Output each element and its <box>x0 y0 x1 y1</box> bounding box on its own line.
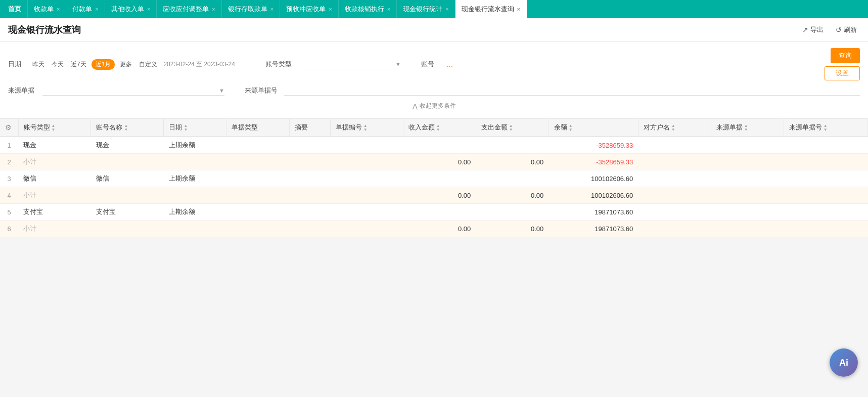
source-doc-label: 来源单据 <box>8 86 38 95</box>
header-actions: ↗ 导出 ↺ 刷新 <box>799 23 860 36</box>
cell-account_type: 微信 <box>18 170 91 187</box>
close-icon[interactable]: × <box>517 6 520 12</box>
cell-summary <box>290 204 331 220</box>
cell-balance: -3528659.33 <box>549 154 638 170</box>
export-button[interactable]: ↗ 导出 <box>799 23 827 36</box>
close-icon[interactable]: × <box>57 6 60 12</box>
nav-tab-预收冲应收单[interactable]: 预收冲应收单× <box>280 0 338 18</box>
nav-tab-现金银行统计[interactable]: 现金银行统计× <box>397 0 455 18</box>
date-shortcut-近1月[interactable]: 近1月 <box>92 59 115 70</box>
col-header-source_doc[interactable]: 来源单据▲▼ <box>711 119 784 137</box>
col-header-income[interactable]: 收入金额▲▼ <box>403 119 476 137</box>
nav-tab-收款单[interactable]: 收款单× <box>28 0 66 18</box>
cell-summary <box>290 137 331 154</box>
col-header-account_type[interactable]: 账号类型▲▼ <box>18 119 91 137</box>
cell-account_type: 小计 <box>18 220 91 237</box>
cell-expense: 0.00 <box>476 154 549 170</box>
close-icon[interactable]: × <box>387 6 390 12</box>
sort-icon: ▲▼ <box>436 124 440 132</box>
cell-counter_party <box>638 170 711 187</box>
table-row: 2小计0.000.00-3528659.33 <box>0 154 868 170</box>
date-shortcuts: 昨天今天近7天近1月更多自定义 <box>30 59 159 70</box>
source-doc-dropdown-icon[interactable]: ▼ <box>219 87 224 94</box>
cell-doc_no <box>330 204 403 220</box>
cell-account_name: 微信 <box>91 170 164 187</box>
col-header-expense[interactable]: 支出金额▲▼ <box>476 119 549 137</box>
date-shortcut-自定义[interactable]: 自定义 <box>137 59 159 70</box>
page-title: 现金银行流水查询 <box>8 24 81 36</box>
settings-button[interactable]: 设置 <box>825 66 860 80</box>
cell-summary <box>290 170 331 187</box>
date-range-text: 2023-02-24 至 2023-03-24 <box>163 60 235 69</box>
close-icon[interactable]: × <box>445 6 448 12</box>
table-row: 5支付宝支付宝上期余额19871073.60 <box>0 204 868 220</box>
cell-doc_no <box>330 170 403 187</box>
col-header-counter_party[interactable]: 对方户名▲▼ <box>638 119 711 137</box>
account-type-input[interactable] <box>300 59 393 69</box>
cell-expense: 0.00 <box>476 220 549 237</box>
cell-date <box>164 154 226 170</box>
sort-icon: ▲▼ <box>52 124 56 132</box>
cell-doc_no <box>330 187 403 204</box>
source-doc-input[interactable] <box>42 85 217 95</box>
cell-date: 上期余额 <box>164 204 226 220</box>
nav-tab-应收应付调整单[interactable]: 应收应付调整单× <box>157 0 221 18</box>
query-button[interactable]: 查询 <box>831 48 860 63</box>
close-icon[interactable]: × <box>95 6 98 12</box>
source-doc-no-label: 来源单据号 <box>245 86 280 95</box>
nav-tab-其他收入单[interactable]: 其他收入单× <box>105 0 157 18</box>
date-shortcut-今天[interactable]: 今天 <box>50 59 66 70</box>
cell-doc_no <box>330 220 403 237</box>
cell-source_doc <box>711 187 784 204</box>
collapse-bar[interactable]: ⋀ 收起更多条件 <box>8 100 860 114</box>
close-icon[interactable]: × <box>270 6 273 12</box>
cell-counter_party <box>638 187 711 204</box>
gear-icon[interactable]: ⚙ <box>5 123 12 131</box>
cell-source_doc <box>711 137 784 154</box>
nav-tab-收款核销执行[interactable]: 收款核销执行× <box>339 0 397 18</box>
cell-rowNum: 1 <box>0 137 18 154</box>
cell-expense <box>476 204 549 220</box>
cell-summary <box>290 154 331 170</box>
nav-tab-现金银行流水查询[interactable]: 现金银行流水查询× <box>455 0 527 18</box>
cell-source_doc_no <box>784 187 867 204</box>
col-header-summary: 摘要 <box>290 119 331 137</box>
col-header-source_doc_no[interactable]: 来源单据号▲▼ <box>784 119 867 137</box>
close-icon[interactable]: × <box>212 6 215 12</box>
col-header-balance[interactable]: 余额▲▼ <box>549 119 638 137</box>
cell-account_name <box>91 187 164 204</box>
col-header-account_name[interactable]: 账号名称▲▼ <box>91 119 164 137</box>
col-header-doc_no[interactable]: 单据编号▲▼ <box>330 119 403 137</box>
source-doc-no-input[interactable] <box>284 85 860 95</box>
cell-account_name <box>91 220 164 237</box>
close-icon[interactable]: × <box>147 6 150 12</box>
close-icon[interactable]: × <box>329 6 332 12</box>
nav-tab-银行存取款单[interactable]: 银行存取款单× <box>222 0 280 18</box>
cell-source_doc_no <box>784 170 867 187</box>
refresh-button[interactable]: ↺ 刷新 <box>833 23 860 36</box>
refresh-icon: ↺ <box>836 26 842 34</box>
col-header-date[interactable]: 日期▲▼ <box>164 119 226 137</box>
cell-date: 上期余额 <box>164 137 226 154</box>
right-buttons: 查询 设置 <box>825 48 860 80</box>
table-row: 6小计0.000.0019871073.60 <box>0 220 868 237</box>
cell-source_doc_no <box>784 204 867 220</box>
cell-counter_party <box>638 154 711 170</box>
filter-row-2: 来源单据 ▼ 来源单据号 <box>8 85 860 96</box>
cell-rowNum: 6 <box>0 220 18 237</box>
date-shortcut-昨天[interactable]: 昨天 <box>30 59 47 70</box>
sort-icon: ▲▼ <box>509 124 513 132</box>
date-shortcut-更多[interactable]: 更多 <box>118 59 134 70</box>
account-more-icon[interactable]: ... <box>446 60 453 69</box>
account-type-dropdown-icon[interactable]: ▼ <box>395 61 401 67</box>
table-row: 1现金现金上期余额-3528659.33 <box>0 137 868 154</box>
date-shortcut-近7天[interactable]: 近7天 <box>69 59 88 70</box>
cell-income: 0.00 <box>403 220 476 237</box>
nav-tab-付款单[interactable]: 付款单× <box>66 0 105 18</box>
nav-home[interactable]: 首页 <box>2 0 28 18</box>
account-label: 账号 <box>421 60 439 69</box>
sort-icon: ▲▼ <box>124 124 128 132</box>
sort-icon: ▲▼ <box>184 124 188 132</box>
sort-icon: ▲▼ <box>671 124 675 132</box>
cell-source_doc_no <box>784 220 867 237</box>
